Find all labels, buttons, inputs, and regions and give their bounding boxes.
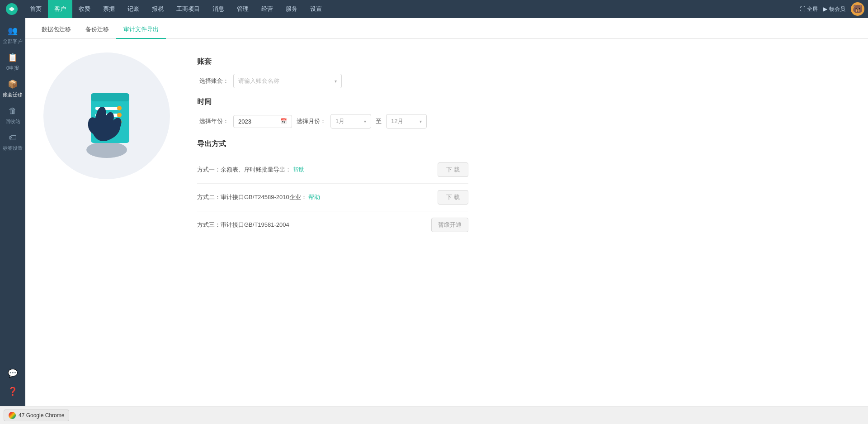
sidebar-item-account-migrate[interactable]: 📦 账套迁移 — [0, 75, 25, 102]
content-area: 数据包迁移 备份迁移 审计文件导出 — [25, 18, 868, 406]
tag-settings-icon: 🏷 — [7, 132, 18, 143]
top-navigation: 首页 客户 收费 票据 记账 报税 工商项目 消息 管理 经营 服务 设置 ⛶ … — [0, 0, 868, 18]
export-method-1-text: 方式一：余额表、序时账批量导出： — [197, 166, 291, 173]
sidebar: 👥 全部客户 📋 0申报 📦 账套迁移 🗑 回收站 🏷 标签设置 💬 ❓ — [0, 18, 25, 406]
sidebar-item-all-customers[interactable]: 👥 全部客户 — [0, 22, 25, 48]
export-method-3-desc: 方式三：审计接口GB/T19581-2004 — [197, 221, 289, 229]
nav-bookkeeping[interactable]: 记账 — [121, 0, 146, 18]
sidebar-tag-settings-label: 标签设置 — [3, 145, 23, 152]
sidebar-zero-declare-label: 0申报 — [6, 65, 19, 71]
sidebar-item-chat[interactable]: 💬 — [0, 364, 25, 382]
svg-rect-3 — [91, 93, 129, 101]
svg-point-1 — [86, 142, 127, 158]
main-layout: 👥 全部客户 📋 0申报 📦 账套迁移 🗑 回收站 🏷 标签设置 💬 ❓ — [0, 18, 868, 406]
sidebar-account-migrate-label: 账套迁移 — [3, 91, 23, 98]
end-month-value: 12月 — [391, 117, 403, 125]
sidebar-item-help[interactable]: ❓ — [0, 382, 25, 400]
form-container: 账套 选择账套： 请输入账套名称 ▾ 时间 选择年份： 2023 — [43, 52, 850, 238]
app-logo[interactable] — [4, 1, 20, 17]
fullscreen-icon: ⛶ — [800, 6, 805, 12]
member-button[interactable]: ▶ 畅会员 — [823, 5, 845, 13]
nav-business[interactable]: 工商项目 — [170, 0, 206, 18]
chat-icon: 💬 — [7, 368, 18, 379]
export-method-2-text: 方式二：审计接口GB/T24589-2010企业： — [197, 194, 307, 200]
svg-point-8 — [117, 106, 122, 110]
end-month-chevron-icon: ▾ — [420, 119, 422, 124]
page-content: 账套 选择账套： 请输入账套名称 ▾ 时间 选择年份： 2023 — [25, 39, 868, 406]
time-row: 选择年份： 2023 📅 选择月份： 1月 ▾ 至 12月 — [197, 114, 468, 129]
svg-point-9 — [117, 113, 122, 117]
open-button-3[interactable]: 暂缓开通 — [431, 218, 468, 232]
month-chevron-icon: ▾ — [364, 119, 366, 124]
download-button-2[interactable]: 下 载 — [438, 190, 468, 205]
export-method-2-desc: 方式二：审计接口GB/T24589-2010企业： 帮助 — [197, 193, 320, 201]
nav-home[interactable]: 首页 — [24, 0, 48, 18]
illustration-svg — [66, 71, 147, 161]
start-month-value: 1月 — [335, 117, 344, 125]
sidebar-recycle-label: 回收站 — [5, 118, 20, 125]
nav-customer[interactable]: 客户 — [48, 0, 72, 18]
sidebar-item-zero-declare[interactable]: 📋 0申报 — [0, 48, 25, 75]
nav-operation[interactable]: 经营 — [255, 0, 279, 18]
tab-backup-migrate[interactable]: 备份迁移 — [78, 21, 116, 39]
export-method-1-desc: 方式一：余额表、序时账批量导出： 帮助 — [197, 166, 305, 174]
nav-management[interactable]: 管理 — [231, 0, 255, 18]
account-placeholder: 请输入账套名称 — [238, 77, 279, 85]
fullscreen-label: 全屏 — [807, 5, 818, 13]
start-month-select[interactable]: 1月 ▾ — [330, 114, 371, 129]
download-button-1[interactable]: 下 载 — [438, 162, 468, 177]
recycle-icon: 🗑 — [7, 105, 18, 116]
chrome-icon — [9, 412, 16, 419]
taskbar-chrome-item[interactable]: 47 Google Chrome — [4, 410, 69, 421]
tabs-bar: 数据包迁移 备份迁移 审计文件导出 — [25, 18, 868, 39]
user-avatar[interactable]: 🐻 — [851, 2, 864, 16]
account-row: 选择账套： 请输入账套名称 ▾ — [197, 74, 468, 88]
nav-fee[interactable]: 收费 — [72, 0, 97, 18]
nav-right-controls: ⛶ 全屏 ▶ 畅会员 🐻 — [800, 2, 864, 16]
month-label: 选择月份： — [297, 117, 326, 125]
year-label: 选择年份： — [197, 117, 229, 125]
help-icon: ❓ — [7, 386, 18, 397]
export-section-title: 导出方式 — [197, 139, 468, 149]
member-icon: ▶ — [823, 6, 827, 12]
tab-audit-export[interactable]: 审计文件导出 — [116, 21, 166, 39]
export-section: 导出方式 方式一：余额表、序时账批量导出： 帮助 下 载 方式二：审计接口GB/… — [197, 139, 468, 238]
nav-service[interactable]: 服务 — [279, 0, 304, 18]
export-method-1-help[interactable]: 帮助 — [293, 166, 305, 173]
calendar-icon: 📅 — [280, 118, 287, 124]
all-customers-icon: 👥 — [7, 25, 18, 36]
sidebar-item-recycle[interactable]: 🗑 回收站 — [0, 102, 25, 129]
account-section-title: 账套 — [197, 57, 468, 67]
illustration-area — [43, 52, 170, 179]
end-month-select[interactable]: 12月 ▾ — [386, 114, 427, 129]
account-migrate-icon: 📦 — [7, 79, 18, 90]
tab-data-migrate[interactable]: 数据包迁移 — [34, 21, 78, 39]
export-method-2-help[interactable]: 帮助 — [308, 194, 320, 200]
form-area: 账套 选择账套： 请输入账套名称 ▾ 时间 选择年份： 2023 — [197, 52, 468, 238]
sidebar-all-customers-label: 全部客户 — [3, 38, 23, 45]
nav-invoice[interactable]: 票据 — [97, 0, 121, 18]
sidebar-item-tag-settings[interactable]: 🏷 标签设置 — [0, 129, 25, 155]
export-method-3-text: 方式三：审计接口GB/T19581-2004 — [197, 221, 289, 228]
to-label: 至 — [376, 117, 382, 125]
account-label: 选择账套： — [197, 77, 229, 85]
nav-settings[interactable]: 设置 — [304, 0, 328, 18]
taskbar: 47 Google Chrome — [0, 406, 868, 424]
fullscreen-button[interactable]: ⛶ 全屏 — [800, 5, 818, 13]
member-label: 畅会员 — [829, 5, 845, 13]
account-select[interactable]: 请输入账套名称 ▾ — [233, 74, 342, 88]
sidebar-bottom: 💬 ❓ — [0, 364, 25, 406]
nav-items: 首页 客户 收费 票据 记账 报税 工商项目 消息 管理 经营 服务 设置 — [24, 0, 800, 18]
taskbar-chrome-label: 47 Google Chrome — [19, 412, 64, 419]
time-section-title: 时间 — [197, 97, 468, 107]
year-input[interactable]: 2023 📅 — [233, 115, 292, 128]
nav-message[interactable]: 消息 — [206, 0, 231, 18]
year-value: 2023 — [238, 118, 251, 125]
nav-tax[interactable]: 报税 — [146, 0, 170, 18]
export-method-2: 方式二：审计接口GB/T24589-2010企业： 帮助 下 载 — [197, 184, 468, 211]
export-method-1: 方式一：余额表、序时账批量导出： 帮助 下 载 — [197, 156, 468, 184]
export-method-3: 方式三：审计接口GB/T19581-2004 暂缓开通 — [197, 211, 468, 238]
account-chevron-icon: ▾ — [335, 79, 337, 84]
zero-declare-icon: 📋 — [7, 52, 18, 63]
